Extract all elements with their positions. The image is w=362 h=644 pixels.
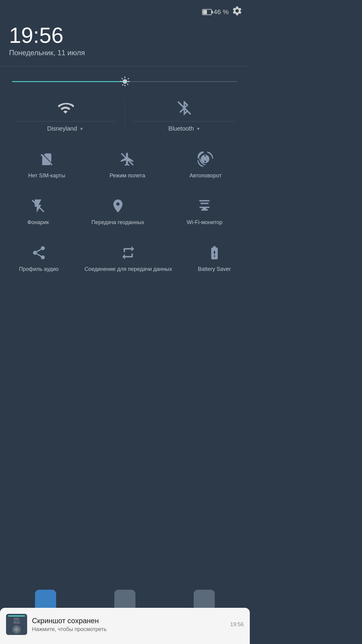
- quick-grid-row2: Фонарик Передача геоданных Wi-Fi-монитор: [0, 185, 250, 232]
- svg-rect-2: [204, 157, 207, 161]
- bluetooth-arrow: ▼: [196, 126, 201, 131]
- date-display: Понедельник, 11 июля: [9, 49, 241, 57]
- notification-app-icon: [12, 625, 21, 634]
- notification-title: Скриншот сохранен: [32, 617, 225, 625]
- location-toggle[interactable]: Передача геоданных: [90, 191, 146, 232]
- autorotate-icon: [196, 150, 214, 168]
- flashlight-icon: [29, 197, 47, 215]
- notification-thumbnail: 610 2612: [6, 614, 27, 635]
- bluetooth-icon: [176, 100, 193, 118]
- battery-saver-toggle[interactable]: Battery Saver: [196, 238, 232, 278]
- brightness-fill: [12, 81, 129, 82]
- usb-tether-toggle[interactable]: Соединение для передачи данных: [83, 238, 173, 278]
- usb-tether-icon: [119, 244, 137, 262]
- audio-profile-label: Профиль аудио: [19, 266, 59, 272]
- wifi-monitor-label: Wi-Fi-монитор: [187, 219, 222, 226]
- battery-info: 46 %: [202, 8, 229, 16]
- airplane-icon: [118, 150, 136, 168]
- notification-content: Скриншот сохранен Нажмите, чтобы просмот…: [32, 617, 225, 633]
- svg-point-4: [14, 627, 18, 631]
- brightness-slider[interactable]: [12, 75, 238, 87]
- quick-grid-row3: Профиль аудио Соединение для передачи да…: [0, 232, 250, 287]
- settings-icon[interactable]: [232, 5, 243, 18]
- time-section: 19:56 Понедельник, 11 июля: [0, 21, 250, 66]
- quick-grid-row1: Нет SIM-карты Режим полета Автоповорот: [0, 138, 250, 185]
- wifi-monitor-toggle[interactable]: Wi-Fi-монитор: [185, 191, 224, 232]
- location-icon: [109, 197, 127, 215]
- flashlight-label: Фонарик: [27, 219, 49, 226]
- no-sim-toggle[interactable]: Нет SIM-карты: [27, 144, 67, 185]
- battery-saver-label: Battery Saver: [198, 266, 231, 272]
- airplane-label: Режим полета: [110, 173, 145, 179]
- wifi-arrow: ▼: [79, 126, 84, 131]
- bluetooth-label: Bluetooth: [168, 125, 194, 132]
- time-display: 19:56: [9, 24, 241, 46]
- status-bar: 46 %: [0, 0, 250, 21]
- location-label: Передача геоданных: [91, 219, 144, 226]
- flashlight-toggle[interactable]: Фонарик: [26, 191, 50, 232]
- audio-profile-toggle[interactable]: Профиль аудио: [17, 238, 60, 278]
- notification-subtitle: Нажмите, чтобы просмотреть: [32, 626, 225, 633]
- brightness-thumb[interactable]: [119, 76, 130, 87]
- wifi-toggle[interactable]: Disneyland ▼: [6, 97, 125, 135]
- no-sim-label: Нет SIM-карты: [28, 173, 65, 179]
- wifi-label: Disneyland: [47, 125, 77, 132]
- notification-time: 19:56: [230, 621, 244, 628]
- usb-tether-label: Соединение для передачи данных: [84, 266, 172, 272]
- autorotate-label: Автоповорот: [189, 173, 221, 179]
- brightness-section[interactable]: [0, 66, 250, 97]
- battery-percent: 46 %: [214, 8, 229, 16]
- notification-panel[interactable]: 610 2612 Скриншот сохранен Нажмите, чтоб…: [0, 608, 250, 644]
- no-sim-icon: [38, 150, 56, 168]
- autorotate-toggle[interactable]: Автоповорот: [188, 144, 223, 185]
- wifi-bluetooth-row: Disneyland ▼ Bluetooth ▼: [0, 97, 250, 138]
- audio-profile-icon: [30, 244, 48, 262]
- airplane-toggle[interactable]: Режим полета: [108, 144, 147, 185]
- battery-icon: [202, 9, 212, 15]
- wifi-icon: [57, 100, 74, 118]
- battery-saver-icon: [205, 244, 224, 262]
- bluetooth-toggle[interactable]: Bluetooth ▼: [125, 97, 244, 135]
- wifi-monitor-icon: [195, 197, 214, 215]
